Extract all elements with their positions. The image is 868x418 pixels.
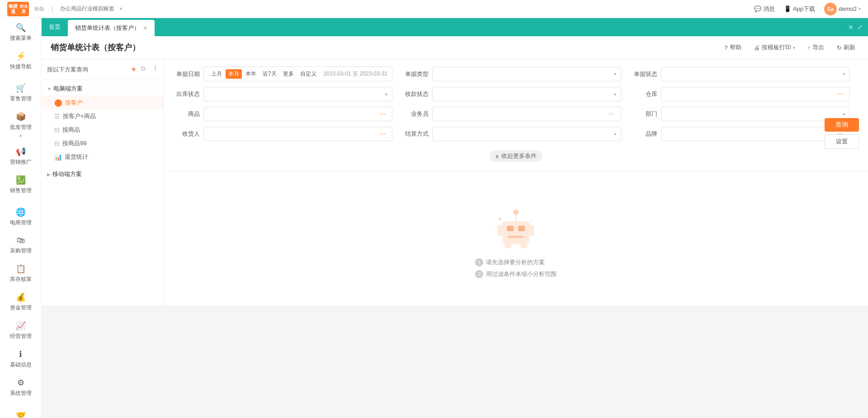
date-tab-last-month[interactable]: 上月 (208, 69, 225, 79)
warehouse-input[interactable]: ··· (661, 87, 850, 101)
scheme-item-return-stats[interactable]: 📊 退货统计 (42, 150, 163, 164)
bill-status-input[interactable]: ▾ (661, 67, 850, 81)
print-button[interactable]: 🖨 按模板打印 ▾ (750, 42, 799, 53)
content-area: 首页 销货单统计表（按客户） ✕ ✕ ⤢ 销货单统计表（按客户） (42, 18, 868, 418)
sidebar-item-purchase[interactable]: 🛍 采购管理 (0, 231, 41, 259)
tab-sales-stats[interactable]: 销货单统计表（按客户） ✕ (68, 20, 155, 36)
consignee-dots[interactable]: ··· (378, 130, 387, 138)
date-input[interactable]: 上月 本月 本年 近7天 更多 自定义 2023-03-01 至 2023-03… (203, 66, 392, 81)
filter-panel: 按以下方案查询 + ⊙ 《 ▼ 电脑端方案 (42, 59, 868, 305)
user-dropdown-icon: ▾ (859, 6, 861, 11)
sidebar-item-basic-info[interactable]: ℹ 基础信息 (0, 345, 41, 373)
sidebar-item-sales-mgmt[interactable]: 💹 销售管理 (0, 171, 41, 199)
marketing-icon: 📢 (16, 147, 26, 157)
system-icon: ⚙ (17, 378, 24, 388)
warehouse-dots[interactable]: ··· (835, 90, 845, 98)
app-subtitle: 标版 (34, 5, 44, 12)
date-tab-more[interactable]: 更多 (280, 69, 297, 79)
svg-point-10 (499, 218, 501, 220)
help-button[interactable]: ? 帮助 (721, 42, 745, 53)
app-title-dropdown[interactable]: ▾ (120, 6, 123, 12)
empty-tip-2: 2 用过滤条件来缩小分析范围 (475, 270, 557, 278)
sidebar-item-system[interactable]: ⚙ 系统管理 (0, 373, 41, 402)
settings-button[interactable]: 设置 (825, 134, 859, 149)
user-profile[interactable]: Ea demo2 ▾ (824, 3, 861, 15)
salesperson-input[interactable]: ··· (432, 107, 621, 121)
tab-home[interactable]: 首页 (42, 18, 68, 36)
sidebar: 🔍 搜索菜单 ⚡ 快捷导航 🛒 零售管理 📦 批发管理 ▲ 📢 营销推广 (0, 18, 42, 418)
svg-point-12 (496, 227, 498, 229)
export-button[interactable]: ↑ 导出 (804, 42, 828, 53)
sidebar-item-search[interactable]: 🔍 搜索菜单 (0, 18, 41, 47)
scheme-item-by-customer[interactable]: ⬤ 按客户 (42, 95, 163, 109)
sidebar-item-operations[interactable]: 📈 经营管理 (0, 316, 41, 345)
filter-cell-receipt-status: 收款状态 ▾ (401, 87, 630, 101)
consignee-label: 收货人 (173, 130, 200, 138)
tab-maximize-button[interactable]: ⤢ (857, 24, 863, 31)
operations-icon: 📈 (16, 321, 26, 331)
query-button[interactable]: 查询 (825, 118, 859, 132)
collapse-button[interactable]: ∧ 收起更多条件 (490, 150, 542, 162)
dept-input[interactable]: ▾ (661, 107, 850, 121)
bill-type-input[interactable]: ▾ (432, 67, 621, 81)
page-actions: ? 帮助 🖨 按模板打印 ▾ ↑ 导出 ↻ (721, 42, 859, 53)
app-download-button[interactable]: 📱 App下载 (784, 5, 815, 13)
page-content: 销货单统计表（按客户） ? 帮助 🖨 按模板打印 ▾ ↑ (42, 36, 868, 418)
sidebar-item-retail[interactable]: 🛒 零售管理 (0, 79, 41, 107)
scheme-item-by-product-99[interactable]: ⊟ 按商品99 (42, 137, 163, 150)
filter-cell-bill-status: 单据状态 ▾ (630, 67, 859, 81)
scheme-group-desktop[interactable]: ▼ 电脑端方案 (42, 82, 163, 95)
empty-tips: 1 请先选择要分析的方案 2 用过滤条件来缩小分析范围 (475, 258, 557, 278)
enterprise-icon: 🤝 (16, 410, 26, 418)
tab-bar: 首页 销货单统计表（按客户） ✕ ✕ ⤢ (42, 18, 868, 36)
salesperson-dots[interactable]: ··· (607, 110, 616, 118)
scheme-item-icon-by-customer-product: ☰ (54, 113, 60, 120)
sidebar-item-marketing[interactable]: 📢 营销推广 (0, 142, 41, 171)
sidebar-item-wholesale[interactable]: 📦 批发管理 ▲ (0, 107, 41, 142)
date-tab-custom[interactable]: 自定义 (297, 69, 319, 79)
consignee-input[interactable]: ··· (203, 127, 392, 141)
sidebar-item-enterprise[interactable]: 🤝 企业协同 (0, 405, 41, 418)
tab-close-button[interactable]: ✕ (143, 25, 147, 31)
refresh-button[interactable]: ↻ 刷新 (833, 42, 859, 53)
out-status-input[interactable]: ▾ (203, 87, 392, 101)
message-icon: 💬 (754, 5, 761, 12)
tab-bar-actions: ✕ ⤢ (848, 24, 868, 31)
sidebar-item-quick-nav[interactable]: ⚡ 快捷导航 (0, 47, 41, 75)
date-range-text: 2023-03-01 至 2023-03-31 (324, 70, 387, 78)
scheme-group-mobile[interactable]: ▶ 移动端方案 (42, 167, 163, 181)
scheme-item-by-customer-product[interactable]: ☰ 按客户+商品 (42, 109, 163, 123)
scheme-mobile-group: ▶ 移动端方案 (42, 166, 163, 183)
message-button[interactable]: 💬 消息 (754, 5, 775, 13)
svg-rect-5 (529, 225, 534, 236)
dept-label: 部门 (630, 110, 657, 118)
settlement-input[interactable]: ▾ (432, 127, 621, 141)
receipt-status-input[interactable]: ▾ (432, 87, 621, 101)
filter-row-4: 收货人 ··· 结算方式 (173, 127, 859, 141)
scheme-add-button[interactable]: + (130, 64, 137, 75)
out-status-label: 出库状态 (173, 90, 200, 98)
date-tab-this-year[interactable]: 本年 (243, 69, 259, 79)
tip-num-2: 2 (475, 270, 483, 278)
scheme-desktop-group: ▼ 电脑端方案 ⬤ 按客户 ☰ 按客户+商品 (42, 80, 163, 166)
basic-info-icon: ℹ (19, 349, 22, 359)
date-tab-this-month[interactable]: 本月 (226, 69, 242, 79)
date-tab-7days[interactable]: 近7天 (260, 69, 279, 79)
brand-input[interactable]: ··· (661, 127, 850, 141)
product-dots[interactable]: ··· (378, 110, 387, 118)
sidebar-item-inventory[interactable]: 📋 库存核算 (0, 259, 41, 288)
filter-row-1: 单据日期 上月 本月 本年 近7天 更多 自定义 (173, 66, 859, 81)
scheme-collapse-button[interactable]: 《 (150, 64, 158, 75)
logo: 畅捷通 好生意 (7, 2, 29, 16)
sidebar-item-finance[interactable]: 💰 资金管理 (0, 288, 41, 316)
scheme-settings-button[interactable]: ⊙ (140, 64, 147, 75)
app-title[interactable]: 办公用品行业模拟账套 (60, 5, 114, 13)
product-input[interactable]: ··· (203, 107, 392, 121)
settlement-dropdown-icon: ▾ (614, 132, 616, 137)
filter-cell-product: 商品 ··· (173, 107, 401, 121)
tab-close-all-button[interactable]: ✕ (848, 24, 854, 31)
bill-status-dropdown-icon: ▾ (843, 71, 845, 76)
date-label: 单据日期 (173, 70, 200, 78)
sidebar-item-ecommerce[interactable]: 🌐 电商管理 (0, 203, 41, 231)
scheme-item-by-product[interactable]: ⊟ 按商品 (42, 123, 163, 137)
